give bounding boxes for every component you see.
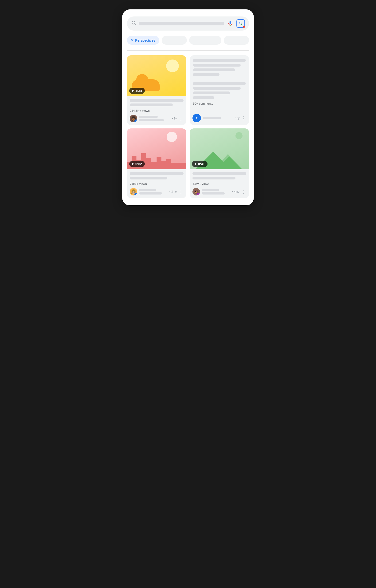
- footer-info-3: [139, 189, 167, 194]
- duration-text-1: 1:34: [135, 89, 142, 93]
- filter-chip-4[interactable]: [224, 36, 249, 45]
- article-line-3: [193, 68, 235, 71]
- article-line-4: [193, 73, 219, 76]
- svg-line-6: [241, 24, 242, 25]
- card-video-yellow[interactable]: 1:34 234.6K+ views 👩🏾 ♥ • 1y ⋮: [127, 55, 186, 125]
- channel-sub-line-4: [202, 192, 225, 194]
- footer-info-2: [203, 117, 233, 119]
- svg-rect-2: [230, 21, 231, 24]
- stats-text-1: 234.6K+ views: [130, 109, 184, 112]
- avatar-1: 👩🏾 ♥: [130, 115, 137, 122]
- time-1: • 1y: [172, 117, 177, 120]
- avatar-2: ✦: [192, 114, 201, 122]
- article-body: 50+ comments: [190, 55, 249, 114]
- play-icon-3: [132, 163, 134, 165]
- stats-text-3: 7.8M+ views: [130, 182, 184, 186]
- card-body-1: 234.6K+ views: [127, 96, 186, 115]
- title-line-1: [130, 99, 184, 102]
- search-icon: [131, 20, 136, 27]
- stats-text-2: 50+ comments: [193, 102, 246, 105]
- card-footer-1: 👩🏾 ♥ • 1y ⋮: [127, 115, 186, 125]
- close-icon: ✕: [131, 38, 134, 42]
- thumbnail-pink: 0:52: [127, 128, 186, 169]
- more-options-4[interactable]: ⋮: [241, 189, 246, 194]
- stats-text-4: 1.9M+ views: [192, 182, 246, 186]
- mountain-front-right: [216, 156, 242, 169]
- svg-line-1: [135, 24, 136, 25]
- channel-name-line-4: [202, 189, 219, 191]
- content-grid: 1:34 234.6K+ views 👩🏾 ♥ • 1y ⋮: [127, 55, 249, 198]
- more-options-1[interactable]: ⋮: [179, 116, 184, 121]
- search-input[interactable]: [139, 22, 224, 25]
- title-line-4-2: [192, 177, 235, 180]
- play-icon-4: [195, 163, 197, 165]
- card-video-green[interactable]: 0:41 1.9M+ views 🐻 ⚡ • 4mo ⋮: [190, 128, 249, 198]
- lightning-badge-4: ⚡: [197, 193, 200, 195]
- section-divider: [127, 50, 249, 51]
- duration-badge-1: 1:34: [129, 88, 145, 94]
- search-bar[interactable]: [127, 16, 249, 31]
- phone-frame: ✕ Perspectives 1:34 234.6K+ views: [122, 10, 254, 205]
- card-footer-4: 🐻 ⚡ • 4mo ⋮: [190, 188, 249, 198]
- duration-badge-4: 0:41: [192, 161, 208, 167]
- article-line-8: [193, 96, 214, 99]
- channel-name-line-2: [203, 117, 221, 119]
- channel-name-line-3: [139, 189, 156, 191]
- filter-chips: ✕ Perspectives: [127, 36, 249, 45]
- play-icon: [132, 90, 134, 92]
- duration-text-4: 0:41: [198, 162, 205, 166]
- thumbnail-green: 0:41: [190, 128, 249, 169]
- title-line-3-2: [130, 177, 167, 180]
- article-line-1: [193, 59, 246, 62]
- more-options-2[interactable]: ⋮: [241, 115, 246, 121]
- channel-name-line-1: [139, 116, 158, 118]
- perspectives-filter-chip[interactable]: ✕ Perspectives: [127, 36, 159, 45]
- card-article[interactable]: 50+ comments ✦ • 2y ⋮: [190, 55, 249, 125]
- card-footer-2: ✦ • 2y ⋮: [190, 114, 249, 125]
- heart-badge-3: ♥: [135, 193, 137, 195]
- article-line-7: [193, 92, 230, 94]
- card-video-pink[interactable]: 0:52 7.8M+ views 👧🏼 ♥ • 3mo ⋮: [127, 128, 186, 198]
- article-line-6: [193, 87, 241, 90]
- filter-chip-3[interactable]: [189, 36, 221, 45]
- more-options-3[interactable]: ⋮: [179, 189, 184, 194]
- circle-dot-green: [235, 132, 242, 139]
- article-line-2: [193, 64, 241, 66]
- footer-info-1: [139, 116, 170, 121]
- mic-icon[interactable]: [227, 20, 234, 27]
- time-4: • 4mo: [232, 190, 240, 193]
- title-line-3-1: [130, 172, 184, 175]
- google-lens-icon[interactable]: [236, 19, 245, 28]
- heart-badge-1: ♥: [135, 119, 137, 122]
- title-line-4-1: [192, 172, 246, 175]
- time-2: • 2y: [235, 117, 240, 120]
- article-line-5: [193, 82, 246, 85]
- duration-text-3: 0:52: [135, 162, 142, 166]
- channel-sub-line-1: [139, 119, 164, 121]
- avatar-4: 🐻 ⚡: [192, 188, 200, 195]
- time-3: • 3mo: [169, 190, 177, 193]
- lens-dot: [243, 26, 245, 28]
- card-footer-3: 👧🏼 ♥ • 3mo ⋮: [127, 188, 186, 198]
- duration-badge-3: 0:52: [129, 161, 145, 167]
- chip-label: Perspectives: [135, 38, 155, 42]
- card-body-4: 1.9M+ views: [190, 169, 249, 188]
- filter-chip-2[interactable]: [162, 36, 187, 45]
- star-icon: ✦: [195, 116, 198, 121]
- avatar-3: 👧🏼 ♥: [130, 188, 137, 195]
- channel-sub-line-3: [139, 192, 162, 194]
- moon-shape: [167, 132, 177, 142]
- title-line-2: [130, 104, 173, 106]
- thumbnail-yellow: 1:34: [127, 55, 186, 96]
- card-body-3: 7.8M+ views: [127, 169, 186, 188]
- footer-info-4: [202, 189, 230, 194]
- sun-shape: [166, 60, 179, 72]
